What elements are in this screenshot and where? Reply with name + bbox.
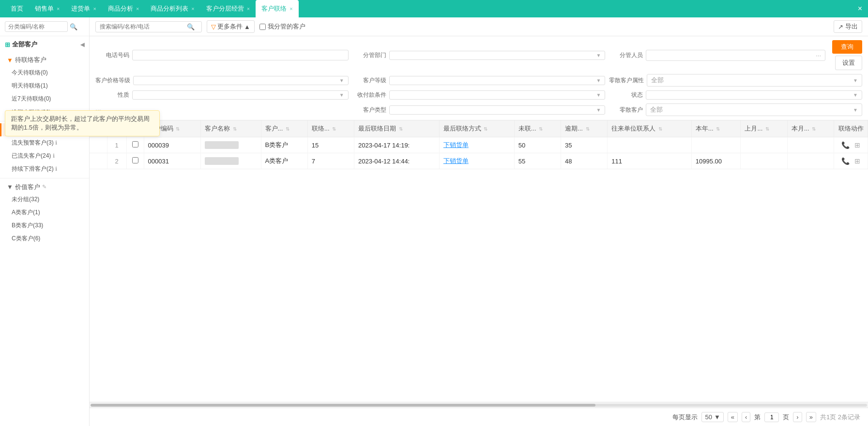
sidebar-item-class-c[interactable]: C类客户(6)	[0, 232, 89, 245]
pending-contact-group[interactable]: ▼ 待联络客户	[0, 53, 89, 66]
action-phone-icon[interactable]: 📞	[841, 157, 850, 165]
last-page-btn[interactable]: »	[806, 412, 816, 422]
close-customer-contact-tab[interactable]: ×	[289, 6, 292, 12]
page-size-value: 50	[705, 413, 712, 421]
action-more-icon[interactable]: ⊞	[854, 141, 860, 149]
my-customer-checkbox-label[interactable]: 我分管的客户	[259, 22, 305, 31]
nav-product-analysis-list[interactable]: 商品分析列表 ×	[145, 0, 200, 17]
sidebar-item-lost[interactable]: 已流失客户(24) ℹ	[0, 149, 89, 162]
more-conditions-btn[interactable]: ▽ 更多条件 ▲	[207, 20, 255, 33]
sidebar-search-input[interactable]	[5, 21, 68, 32]
content-area: 🔍 ▽ 更多条件 ▲ 我分管的客户 ↗ 导出 电话号码	[90, 17, 868, 426]
row-overdue: 48	[561, 153, 608, 169]
customer-type-label: 客户类型	[352, 106, 386, 114]
page-label: 第	[754, 413, 761, 422]
sidebar-item-class-a[interactable]: A类客户(1)	[0, 206, 89, 219]
customer-level-select[interactable]: ▼	[389, 76, 606, 85]
sidebar-collapse-btn[interactable]: ◀	[80, 42, 84, 48]
retail-attr-select[interactable]: 全部 ▼	[647, 74, 862, 87]
search-input[interactable]	[100, 23, 187, 30]
page-input[interactable]	[764, 412, 779, 422]
sidebar-item-tomorrow[interactable]: 明天待联络(1)	[0, 79, 89, 92]
next-page-btn[interactable]: ›	[793, 412, 802, 422]
sidebar-item-class-b[interactable]: B类客户(33)	[0, 219, 89, 232]
manager-select[interactable]: ···	[646, 50, 825, 61]
value-edit-icon[interactable]: ✎	[42, 184, 46, 190]
contact-sort-icon[interactable]: ⇅	[332, 126, 336, 132]
customer-type-select[interactable]: ▼	[389, 105, 606, 115]
setting-button[interactable]: 设置	[835, 56, 862, 70]
close-product-analysis-tab[interactable]: ×	[136, 6, 139, 12]
action-more-icon[interactable]: ⊞	[854, 157, 860, 165]
close-purchase-tab[interactable]: ×	[93, 6, 96, 12]
dept-label: 分管部门	[352, 51, 386, 59]
row-checkbox[interactable]	[132, 157, 138, 163]
close-customer-layer-tab[interactable]: ×	[247, 6, 250, 12]
sidebar-item-declining[interactable]: 持续下滑客户(2) ℹ	[0, 162, 89, 176]
dept-select[interactable]: ▼	[389, 51, 606, 60]
sidebar-search-icon[interactable]: 🔍	[70, 23, 77, 30]
search-icon[interactable]: 🔍	[187, 23, 195, 30]
payment-label: 收付款条件	[352, 91, 386, 99]
phone-input[interactable]	[132, 50, 349, 60]
nav-purchase[interactable]: 进货单 ×	[65, 0, 102, 17]
filter-icon: ▽	[211, 23, 216, 30]
close-sales-tab[interactable]: ×	[57, 6, 60, 12]
nav-customer-layer[interactable]: 客户分层经营 ×	[200, 0, 256, 17]
customer-name-blurred	[205, 141, 239, 149]
payment-select[interactable]: ▼	[389, 90, 606, 100]
row-last-method[interactable]: 下销货单	[439, 137, 514, 153]
row-last-month	[741, 153, 787, 169]
sidebar-item-churn-warning[interactable]: 流失预警客户(3) ℹ	[0, 136, 89, 149]
my-customer-checkbox[interactable]	[259, 24, 266, 30]
value-customers-group[interactable]: ▼ 价值客户 ✎	[0, 180, 89, 193]
scrollbar-thumb[interactable]	[91, 404, 595, 407]
all-customers-title[interactable]: ⊞ 全部客户 ◀	[0, 36, 89, 53]
action-phone-icon[interactable]: 📞	[841, 141, 850, 149]
table-row: 1 000039 B类客户 15 2023-04-17 14:19: 下销货单 …	[90, 137, 868, 153]
column-type: 客户... ⇅	[261, 120, 307, 137]
this-year-sort-icon[interactable]: ⇅	[716, 126, 720, 132]
page-size-select[interactable]: 50 ▼	[701, 412, 723, 422]
status-select[interactable]: ▼	[646, 90, 862, 100]
last-method-link[interactable]: 下销货单	[443, 157, 469, 164]
type-sort-icon[interactable]: ⇅	[286, 126, 289, 132]
last-method-sort-icon[interactable]: ⇅	[484, 126, 487, 132]
retail-customer-select[interactable]: 全部 ▼	[646, 103, 862, 116]
last-month-sort-icon[interactable]: ⇅	[765, 126, 769, 132]
nav-sales[interactable]: 销售单 ×	[29, 0, 65, 17]
contact-person-sort-icon[interactable]: ⇅	[658, 126, 662, 132]
overdue-sort-icon[interactable]: ⇅	[586, 126, 590, 132]
page-size-caret: ▼	[714, 413, 720, 421]
code-sort-icon[interactable]: ⇅	[176, 126, 180, 132]
last-method-link[interactable]: 下销货单	[443, 141, 469, 148]
nature-select[interactable]: ▼	[132, 90, 349, 100]
name-sort-icon[interactable]: ⇅	[233, 126, 237, 132]
export-button[interactable]: ↗ 导出	[834, 20, 862, 33]
prev-page-btn[interactable]: ‹	[742, 412, 750, 422]
last-date-sort-icon[interactable]: ⇅	[399, 126, 403, 132]
query-button[interactable]: 查询	[832, 40, 862, 54]
close-product-analysis-list-tab[interactable]: ×	[191, 6, 194, 12]
no-contact-sort-icon[interactable]: ⇅	[539, 126, 543, 132]
price-level-select[interactable]: ▼	[133, 76, 349, 85]
sidebar: 🔍 ⊞ 全部客户 ◀ ▼ 待联络客户 今天待联络(0) 明天待联络(1) 近7天…	[0, 17, 90, 426]
sidebar-item-today[interactable]: 今天待联络(0)	[0, 66, 89, 79]
sidebar-item-7days[interactable]: 近7天待联络(0)	[0, 92, 89, 105]
close-all-button[interactable]: ×	[858, 4, 862, 13]
row-check[interactable]	[126, 137, 144, 153]
row-last-method[interactable]: 下销货单	[439, 153, 514, 169]
row-checkbox[interactable]	[132, 141, 138, 147]
row-this-month	[787, 137, 834, 153]
nav-customer-contact[interactable]: 客户联络 ×	[256, 0, 298, 17]
sidebar-item-ungroup[interactable]: 未分组(32)	[0, 193, 89, 206]
column-this-year: 本年... ⇅	[691, 120, 741, 137]
row-check[interactable]	[126, 153, 144, 169]
first-page-btn[interactable]: «	[728, 412, 738, 422]
nav-product-analysis[interactable]: 商品分析 ×	[102, 0, 145, 17]
row-type: A类客户	[261, 153, 307, 169]
horizontal-scrollbar[interactable]	[90, 402, 868, 408]
nav-home[interactable]: 首页	[5, 0, 29, 17]
this-month-sort-icon[interactable]: ⇅	[812, 126, 816, 132]
pending-tri-icon: ▼	[7, 57, 13, 64]
